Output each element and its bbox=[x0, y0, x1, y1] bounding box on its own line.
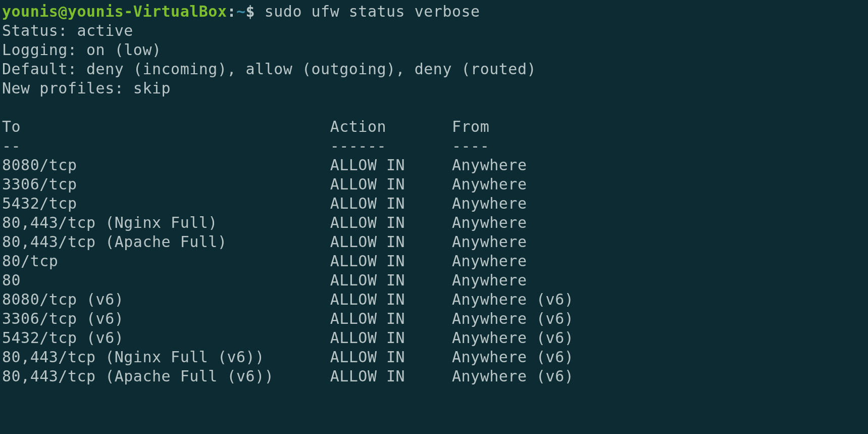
rules-header: To Action From bbox=[2, 118, 489, 135]
status-line: Status: active bbox=[2, 22, 133, 39]
command-text: sudo ufw status verbose bbox=[265, 3, 480, 20]
prompt-user-host: younis@younis-VirtualBox bbox=[2, 3, 227, 20]
prompt-dollar: $ bbox=[246, 3, 265, 20]
terminal-window[interactable]: younis@younis-VirtualBox:~$ sudo ufw sta… bbox=[0, 0, 868, 388]
prompt-path: ~ bbox=[236, 3, 246, 20]
status-line: Default: deny (incoming), allow (outgoin… bbox=[2, 60, 536, 78]
prompt-line: younis@younis-VirtualBox:~$ sudo ufw sta… bbox=[2, 3, 480, 20]
status-line: Logging: on (low) bbox=[2, 41, 162, 59]
rules-header-sep: -- ------ ---- bbox=[2, 137, 489, 155]
rules-body: 8080/tcp ALLOW IN Anywhere 3306/tcp ALLO… bbox=[2, 156, 574, 385]
status-line: New profiles: skip bbox=[2, 79, 171, 97]
prompt-separator: : bbox=[227, 3, 236, 20]
